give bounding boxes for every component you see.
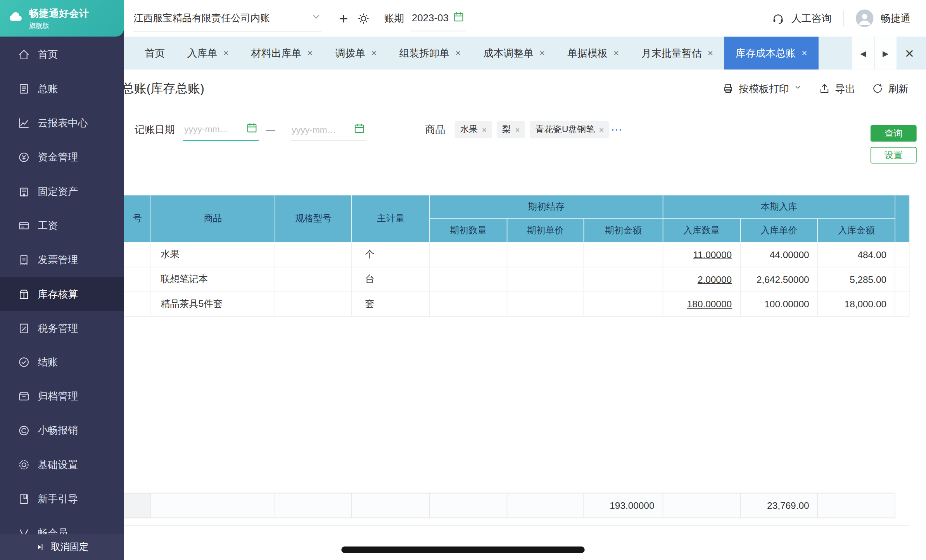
table-head: 号商品规格型号主计量期初结存本期入库期初数量期初单价期初金额入库数量入库单价入库… bbox=[124, 195, 909, 242]
sidebar-item-home[interactable]: 首页 bbox=[0, 38, 124, 72]
tab-label: 成本调整单 bbox=[483, 47, 533, 60]
archive-icon bbox=[18, 390, 30, 403]
sidebar-item-ledger[interactable]: 总账 bbox=[0, 72, 124, 106]
in-qty-link[interactable]: 2.00000 bbox=[698, 274, 732, 284]
tab-首页[interactable]: 首页 bbox=[133, 36, 176, 69]
tab-材料出库单[interactable]: 材料出库单× bbox=[240, 36, 324, 69]
print-button[interactable]: 按模板打印 bbox=[722, 82, 802, 95]
footer-body: 193.0000023,769.00 bbox=[124, 493, 909, 518]
product-tag: 水果× bbox=[455, 121, 492, 138]
topbar-right: 人工咨询 畅捷通 bbox=[772, 9, 911, 27]
period-value: 2023-03 bbox=[412, 12, 449, 24]
tag-remove-icon[interactable]: × bbox=[515, 125, 520, 134]
sidebar-item-inventory[interactable]: 库存核算 bbox=[0, 277, 124, 311]
tab-close-icon[interactable]: × bbox=[539, 48, 545, 58]
tab-组装拆卸单[interactable]: 组装拆卸单× bbox=[388, 36, 472, 69]
spec-cell bbox=[275, 267, 352, 292]
sidebar-item-report[interactable]: 云报表中心 bbox=[0, 106, 124, 140]
sidebar-item-archive[interactable]: 归档管理 bbox=[0, 379, 124, 414]
tab-close-icon[interactable]: × bbox=[802, 48, 807, 58]
sidebar-item-settings[interactable]: 基础设置 bbox=[0, 448, 124, 482]
chevron-down-icon bbox=[311, 12, 321, 24]
tab-close-icon[interactable]: × bbox=[371, 48, 377, 58]
tab-close-icon[interactable]: × bbox=[708, 48, 713, 58]
period-selector[interactable]: 2023-03 bbox=[410, 5, 466, 31]
col-header: 规格型号 bbox=[275, 195, 352, 242]
sidebar-item-guide[interactable]: 新手引导 bbox=[0, 482, 124, 516]
date-filter-label: 记账日期 bbox=[135, 123, 175, 136]
sidebar-item-tax[interactable]: 税务管理 bbox=[0, 311, 124, 345]
in-price-cell: 44.00000 bbox=[740, 242, 818, 267]
tab-库存成本总账[interactable]: 库存成本总账× bbox=[724, 36, 819, 69]
tab-label: 月末批量暂估 bbox=[641, 47, 701, 60]
tab-成本调整单[interactable]: 成本调整单× bbox=[472, 36, 556, 69]
tab-单据模板[interactable]: 单据模板× bbox=[556, 36, 630, 69]
summary-in-qty: 193.00000 bbox=[584, 493, 663, 518]
export-button[interactable]: 导出 bbox=[819, 82, 855, 95]
table-row[interactable]: 联想笔记本台2.000002,642.500005,285.00 bbox=[124, 267, 909, 292]
summary-empty-cell bbox=[663, 493, 741, 518]
user-name: 畅捷通 bbox=[881, 12, 911, 25]
tab-调拨单[interactable]: 调拨单× bbox=[324, 36, 388, 69]
date-from-placeholder: yyyy-mm… bbox=[184, 124, 244, 134]
table-row[interactable]: 精品茶具5件套套180.00000100.0000018,000.00 bbox=[124, 292, 909, 317]
consult-link[interactable]: 人工咨询 bbox=[791, 12, 832, 25]
spec-cell bbox=[275, 292, 352, 317]
begin-amount-cell bbox=[584, 292, 663, 317]
sidebar-item-label: 结账 bbox=[38, 356, 58, 369]
tab-label: 入库单 bbox=[187, 47, 218, 60]
col-subheader: 期初数量 bbox=[430, 219, 507, 242]
sidebar-item-label: 工资 bbox=[38, 219, 58, 233]
date-from-input[interactable]: yyyy-mm… bbox=[183, 118, 259, 141]
add-button[interactable]: + bbox=[339, 9, 348, 28]
sidebar-item-reimburse[interactable]: 小畅报销 bbox=[0, 414, 124, 448]
more-tags-icon[interactable]: ⋯ bbox=[611, 123, 622, 136]
in-qty-link[interactable]: 11.00000 bbox=[693, 249, 732, 259]
tab-close-icon[interactable]: × bbox=[307, 48, 313, 58]
tab-close-icon[interactable]: × bbox=[455, 48, 461, 58]
filter-bar: 记账日期 yyyy-mm… — yyyy-mm… 商品 bbox=[124, 118, 926, 187]
tab-月末批量暂估[interactable]: 月末批量暂估× bbox=[630, 36, 724, 69]
tax-icon bbox=[18, 322, 30, 334]
tab-close-icon[interactable]: × bbox=[613, 48, 619, 58]
report-icon bbox=[18, 117, 30, 129]
tabs-prev-button[interactable]: ◀ bbox=[852, 36, 874, 69]
brand-text: 畅捷通好会计 旗舰版 bbox=[29, 7, 89, 30]
tabs-next-button[interactable]: ▶ bbox=[874, 36, 897, 69]
company-name: 江西服宝精品有限责任公司内账 bbox=[133, 12, 270, 25]
sidebar-item-salary[interactable]: 工资 bbox=[0, 208, 124, 243]
col-subheader: 入库数量 bbox=[663, 219, 741, 242]
begin-price-cell bbox=[507, 267, 584, 292]
unpin-button[interactable]: 取消固定 bbox=[0, 534, 124, 560]
settings-button[interactable]: 设置 bbox=[871, 147, 917, 164]
query-button[interactable]: 查询 bbox=[871, 125, 917, 142]
begin-qty-cell bbox=[430, 267, 507, 292]
sidebar-item-fund[interactable]: 资金管理 bbox=[0, 140, 124, 174]
sidebar-item-label: 小畅报销 bbox=[38, 424, 78, 438]
tag-remove-icon[interactable]: × bbox=[482, 125, 487, 134]
refresh-button[interactable]: 刷新 bbox=[872, 82, 908, 95]
horizontal-scrollbar[interactable] bbox=[341, 546, 584, 553]
period-area: 账期 2023-03 bbox=[384, 5, 466, 31]
summary-in-amount: 23,769.00 bbox=[740, 493, 818, 518]
calendar-icon[interactable] bbox=[246, 122, 257, 136]
table-row[interactable]: 水果个11.0000044.00000484.00 bbox=[124, 242, 909, 267]
summary-empty-cell bbox=[275, 493, 352, 518]
sidebar-item-asset[interactable]: 固定资产 bbox=[0, 174, 124, 208]
avatar[interactable] bbox=[856, 9, 874, 27]
tab-入库单[interactable]: 入库单× bbox=[176, 36, 240, 69]
calendar-icon[interactable] bbox=[354, 122, 365, 136]
gear-icon[interactable] bbox=[358, 12, 370, 24]
tab-close-icon[interactable]: × bbox=[223, 48, 229, 58]
invoice-icon bbox=[18, 254, 30, 266]
sidebar-item-closing[interactable]: 结账 bbox=[0, 345, 124, 379]
sidebar-item-label: 基础设置 bbox=[38, 458, 78, 472]
in-qty-link[interactable]: 180.00000 bbox=[687, 299, 732, 309]
company-selector[interactable]: 江西服宝精品有限责任公司内账 bbox=[133, 5, 321, 32]
date-to-input[interactable]: yyyy-mm… bbox=[290, 118, 366, 141]
tabs-close-icon[interactable]: × bbox=[897, 36, 923, 69]
tag-remove-icon[interactable]: × bbox=[599, 125, 604, 134]
sidebar-item-label: 税务管理 bbox=[38, 321, 78, 335]
sidebar-item-label: 固定资产 bbox=[38, 185, 78, 198]
sidebar-item-invoice[interactable]: 发票管理 bbox=[0, 243, 124, 277]
